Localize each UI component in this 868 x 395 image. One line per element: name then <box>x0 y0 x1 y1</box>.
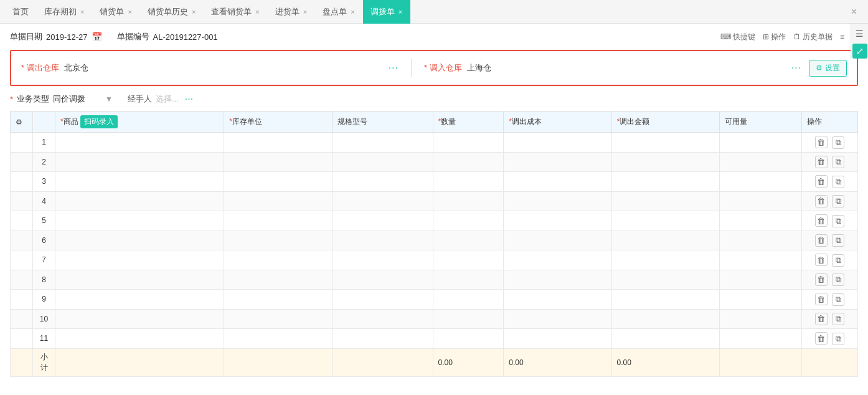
delete-icon-1[interactable]: 🗑 <box>815 136 828 148</box>
copy-icon-9[interactable]: ⧉ <box>832 293 844 306</box>
td-amount-3[interactable] <box>611 172 719 192</box>
copy-icon-1[interactable]: ⧉ <box>832 136 844 149</box>
td-amount-9[interactable] <box>611 290 719 310</box>
delete-icon-4[interactable]: 🗑 <box>815 195 828 207</box>
td-qty-7[interactable] <box>433 250 504 270</box>
td-spec-2[interactable] <box>332 152 433 172</box>
td-unit-11[interactable] <box>224 329 332 349</box>
delete-icon-7[interactable]: 🗑 <box>815 254 828 266</box>
td-unit-2[interactable] <box>224 152 332 172</box>
calendar-icon[interactable]: 📅 <box>92 32 102 42</box>
td-unit-10[interactable] <box>224 309 332 329</box>
td-amount-4[interactable] <box>611 191 719 211</box>
td-cost-9[interactable] <box>504 290 611 310</box>
td-qty-11[interactable] <box>433 329 504 349</box>
td-unit-6[interactable] <box>224 231 332 250</box>
close-tab-inventory-init[interactable]: × <box>80 8 84 16</box>
delete-icon-5[interactable]: 🗑 <box>815 214 828 227</box>
layout-list-button[interactable]: ≡ <box>840 32 844 41</box>
td-product-2[interactable] <box>55 152 224 172</box>
close-tab-sales[interactable]: × <box>128 8 131 16</box>
td-product-1[interactable] <box>55 133 224 153</box>
copy-icon-2[interactable]: ⧉ <box>832 156 844 168</box>
tab-transfer[interactable]: 调拨单 × <box>363 0 410 24</box>
td-amount-8[interactable] <box>611 270 719 290</box>
copy-icon-8[interactable]: ⧉ <box>832 274 844 286</box>
delete-icon-6[interactable]: 🗑 <box>815 234 828 247</box>
td-available-5[interactable] <box>720 211 802 231</box>
td-amount-2[interactable] <box>611 152 719 172</box>
warehouse-out-more[interactable]: ··· <box>389 62 399 74</box>
manager-more[interactable]: ··· <box>185 93 193 105</box>
td-qty-1[interactable] <box>433 133 504 153</box>
tab-sales[interactable]: 销货单 × <box>92 0 139 24</box>
delete-icon-3[interactable]: 🗑 <box>815 175 828 188</box>
delete-icon-2[interactable]: 🗑 <box>815 156 828 168</box>
td-unit-9[interactable] <box>224 290 332 310</box>
td-product-3[interactable] <box>55 172 224 192</box>
td-unit-1[interactable] <box>224 133 332 153</box>
tab-purchase[interactable]: 进货单 × <box>268 0 315 24</box>
td-qty-5[interactable] <box>433 211 504 231</box>
close-tab-inventory[interactable]: × <box>351 8 354 16</box>
td-unit-5[interactable] <box>224 211 332 231</box>
close-tab-transfer[interactable]: × <box>399 8 402 16</box>
td-available-8[interactable] <box>720 270 802 290</box>
td-spec-7[interactable] <box>332 250 433 270</box>
td-amount-7[interactable] <box>611 250 719 270</box>
copy-icon-11[interactable]: ⧉ <box>832 333 844 345</box>
td-product-6[interactable] <box>55 231 224 250</box>
td-available-6[interactable] <box>720 231 802 250</box>
td-unit-8[interactable] <box>224 270 332 290</box>
td-amount-6[interactable] <box>611 231 719 250</box>
td-qty-4[interactable] <box>433 191 504 211</box>
td-product-5[interactable] <box>55 211 224 231</box>
td-qty-8[interactable] <box>433 270 504 290</box>
td-product-10[interactable] <box>55 309 224 329</box>
delete-icon-10[interactable]: 🗑 <box>815 313 828 325</box>
td-unit-4[interactable] <box>224 191 332 211</box>
copy-icon-7[interactable]: ⧉ <box>832 254 844 267</box>
td-cost-4[interactable] <box>504 191 611 211</box>
td-spec-9[interactable] <box>332 290 433 310</box>
copy-icon-6[interactable]: ⧉ <box>832 234 844 247</box>
td-spec-3[interactable] <box>332 172 433 192</box>
td-spec-1[interactable] <box>332 133 433 153</box>
td-cost-6[interactable] <box>504 231 611 250</box>
sidebar-list-icon[interactable]: ☰ <box>852 26 867 41</box>
td-amount-10[interactable] <box>611 309 719 329</box>
td-cost-1[interactable] <box>504 133 611 153</box>
td-available-4[interactable] <box>720 191 802 211</box>
scan-button[interactable]: 扫码录入 <box>80 115 118 128</box>
td-spec-4[interactable] <box>332 191 433 211</box>
biz-type-select[interactable]: 同价调拨 ▼ <box>53 93 113 105</box>
copy-icon-4[interactable]: ⧉ <box>832 195 844 207</box>
td-cost-5[interactable] <box>504 211 611 231</box>
td-available-3[interactable] <box>720 172 802 192</box>
close-all-tabs[interactable]: × <box>845 6 863 17</box>
td-qty-6[interactable] <box>433 231 504 250</box>
td-cost-7[interactable] <box>504 250 611 270</box>
tab-sales-history[interactable]: 销货单历史 × <box>140 0 204 24</box>
delete-icon-8[interactable]: 🗑 <box>815 274 828 286</box>
tab-inventory-init[interactable]: 库存期初 × <box>37 0 92 24</box>
td-product-9[interactable] <box>55 290 224 310</box>
close-tab-sales-history[interactable]: × <box>192 8 196 16</box>
td-amount-5[interactable] <box>611 211 719 231</box>
td-available-2[interactable] <box>720 152 802 172</box>
td-cost-8[interactable] <box>504 270 611 290</box>
td-available-10[interactable] <box>720 309 802 329</box>
th-settings[interactable]: ⚙ <box>11 112 33 133</box>
close-tab-view-sales[interactable]: × <box>255 8 259 16</box>
delete-icon-11[interactable]: 🗑 <box>815 332 828 345</box>
td-product-11[interactable] <box>55 329 224 349</box>
td-available-9[interactable] <box>720 290 802 310</box>
td-cost-2[interactable] <box>504 152 611 172</box>
td-spec-10[interactable] <box>332 309 433 329</box>
td-unit-3[interactable] <box>224 172 332 192</box>
td-spec-8[interactable] <box>332 270 433 290</box>
td-product-4[interactable] <box>55 191 224 211</box>
history-button[interactable]: 🗒 历史单据 <box>793 32 833 42</box>
td-cost-3[interactable] <box>504 172 611 192</box>
sidebar-expand-icon[interactable]: ⤢ <box>852 44 867 59</box>
